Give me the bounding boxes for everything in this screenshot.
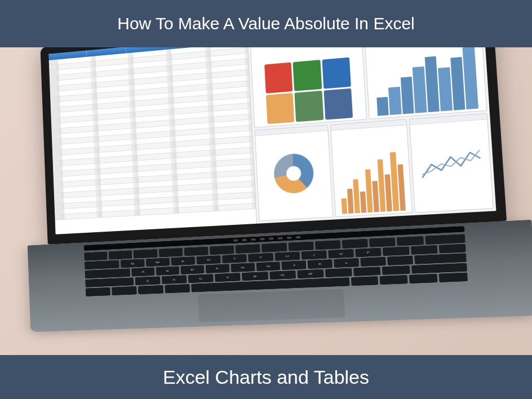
bottom-title-banner: Excel Charts and Tables [0, 355, 532, 399]
bottom-title-text: Excel Charts and Tables [163, 366, 369, 388]
line-chart [409, 113, 493, 213]
spreadsheet-rows [49, 42, 256, 220]
bar-chart-lower [330, 119, 412, 217]
hero-image: QWERTYUIOP ASDFGHJKL ZXCVBNM [0, 47, 532, 355]
top-title-text: How To Make A Value Absolute In Excel [117, 14, 415, 33]
laptop-illustration: QWERTYUIOP ASDFGHJKL ZXCVBNM [20, 3, 532, 387]
trackpad [198, 289, 345, 322]
donut-chart [255, 125, 334, 221]
spreadsheet-panel [48, 36, 257, 234]
top-title-banner: How To Make A Value Absolute In Excel [0, 0, 532, 47]
